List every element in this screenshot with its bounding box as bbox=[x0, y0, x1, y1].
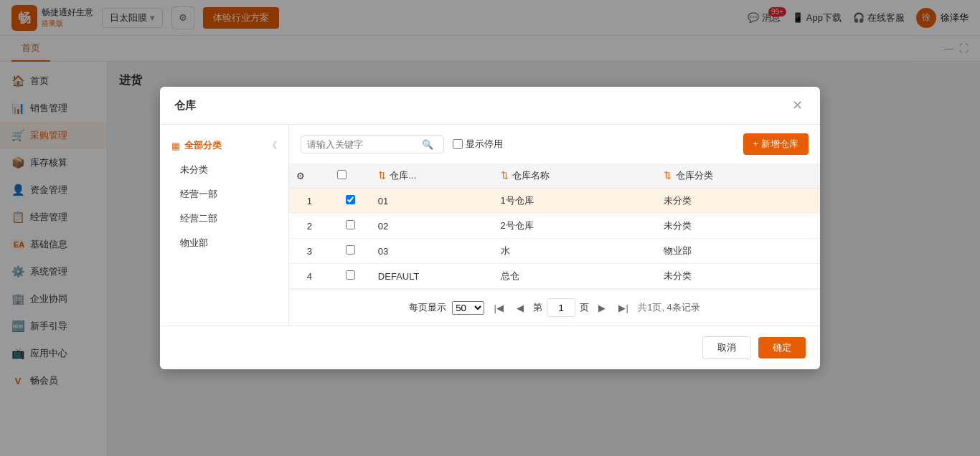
prev-page-btn[interactable]: ◀ bbox=[512, 299, 529, 316]
table-body: 1 01 1号仓库 未分类 2 02 2号仓库 未分类 3 03 水 物业部 4… bbox=[289, 189, 820, 289]
table-scroll: ⚙ ⇅ 仓库... ⇅ bbox=[289, 163, 820, 289]
row-check[interactable] bbox=[330, 264, 371, 289]
th-code[interactable]: ⇅ 仓库... bbox=[371, 163, 494, 189]
page-info: 共1页, 4条记录 bbox=[638, 301, 700, 314]
row-checkbox[interactable] bbox=[346, 220, 355, 229]
category-item-1[interactable]: 经营一部 bbox=[160, 182, 288, 206]
row-check[interactable] bbox=[330, 239, 371, 264]
search-icon[interactable]: 🔍 bbox=[422, 139, 433, 150]
table-row[interactable]: 2 02 2号仓库 未分类 bbox=[289, 214, 820, 239]
table-panel: 🔍 显示停用 + 新增仓库 ⚙ bbox=[289, 125, 820, 326]
row-code: 03 bbox=[371, 239, 494, 264]
next-page-btn[interactable]: ▶ bbox=[593, 299, 611, 316]
cancel-button[interactable]: 取消 bbox=[702, 336, 751, 359]
sort-name-icon: ⇅ bbox=[501, 170, 509, 181]
modal-close-icon[interactable]: ✕ bbox=[788, 97, 806, 114]
row-name: 1号仓库 bbox=[494, 189, 657, 214]
category-item-2[interactable]: 经营二部 bbox=[160, 206, 288, 231]
row-code: 02 bbox=[371, 214, 494, 239]
th-category[interactable]: ⇅ 仓库分类 bbox=[656, 163, 820, 189]
row-index: 4 bbox=[289, 264, 330, 289]
table-row[interactable]: 1 01 1号仓库 未分类 bbox=[289, 189, 820, 214]
category-item-0[interactable]: 未分类 bbox=[160, 158, 288, 182]
column-settings-icon[interactable]: ⚙ bbox=[296, 171, 305, 181]
add-warehouse-button[interactable]: + 新增仓库 bbox=[743, 133, 809, 155]
th-gear: ⚙ bbox=[289, 163, 330, 189]
row-name: 水 bbox=[494, 239, 657, 264]
pagination: 每页显示 50 100 |◀ ◀ 第 页 ▶ ▶| 共1页, 4条记录 bbox=[289, 289, 820, 326]
page-unit: 页 bbox=[580, 301, 589, 314]
row-index: 1 bbox=[289, 189, 330, 214]
per-page-label: 每页显示 bbox=[409, 301, 446, 314]
row-index: 3 bbox=[289, 239, 330, 264]
row-category: 物业部 bbox=[656, 239, 820, 264]
row-checkbox[interactable] bbox=[346, 245, 355, 255]
category-all-item[interactable]: ▦ 全部分类 《 bbox=[160, 133, 288, 158]
category-collapse-icon[interactable]: 《 bbox=[268, 139, 277, 152]
page-input[interactable] bbox=[547, 298, 575, 317]
row-code: DEFAULT bbox=[371, 264, 494, 289]
row-category: 未分类 bbox=[656, 189, 820, 214]
table-toolbar: 🔍 显示停用 + 新增仓库 bbox=[289, 125, 820, 163]
search-field[interactable]: 🔍 bbox=[301, 136, 444, 153]
page-label: 第 bbox=[533, 301, 542, 314]
row-check[interactable] bbox=[330, 214, 371, 239]
per-page-select[interactable]: 50 100 bbox=[452, 301, 484, 315]
select-all-checkbox[interactable] bbox=[337, 170, 347, 179]
show-disabled-toggle[interactable]: 显示停用 bbox=[453, 138, 503, 151]
row-category: 未分类 bbox=[656, 264, 820, 289]
category-panel: ▦ 全部分类 《 未分类 经营一部 经营二部 物业部 bbox=[160, 125, 289, 326]
table-header-row: ⚙ ⇅ 仓库... ⇅ bbox=[289, 163, 820, 189]
row-name: 2号仓库 bbox=[494, 214, 657, 239]
row-name: 总仓 bbox=[494, 264, 657, 289]
modal-footer: 取消 确定 bbox=[160, 326, 820, 369]
modal-header: 仓库 ✕ bbox=[160, 87, 820, 125]
row-category: 未分类 bbox=[656, 214, 820, 239]
th-check bbox=[330, 163, 371, 189]
modal-body: ▦ 全部分类 《 未分类 经营一部 经营二部 物业部 🔍 bbox=[160, 125, 820, 326]
grid-icon: ▦ bbox=[171, 141, 180, 151]
warehouse-modal: 仓库 ✕ ▦ 全部分类 《 未分类 经营一部 经营二部 物业部 bbox=[160, 87, 820, 369]
confirm-button[interactable]: 确定 bbox=[758, 337, 806, 358]
modal-title: 仓库 bbox=[174, 99, 196, 113]
show-disabled-checkbox[interactable] bbox=[453, 139, 463, 149]
row-index: 2 bbox=[289, 214, 330, 239]
modal-overlay: 仓库 ✕ ▦ 全部分类 《 未分类 经营一部 经营二部 物业部 bbox=[0, 0, 980, 456]
warehouse-table: ⚙ ⇅ 仓库... ⇅ bbox=[289, 163, 820, 289]
category-item-3[interactable]: 物业部 bbox=[160, 231, 288, 255]
search-input[interactable] bbox=[307, 139, 422, 150]
sort-code-icon: ⇅ bbox=[378, 170, 386, 181]
first-page-btn[interactable]: |◀ bbox=[490, 299, 507, 316]
table-row[interactable]: 3 03 水 物业部 bbox=[289, 239, 820, 264]
sort-cat-icon: ⇅ bbox=[664, 170, 672, 181]
page-nav: |◀ ◀ 第 页 ▶ ▶| bbox=[490, 298, 632, 317]
row-code: 01 bbox=[371, 189, 494, 214]
row-checkbox[interactable] bbox=[346, 270, 355, 280]
last-page-btn[interactable]: ▶| bbox=[615, 299, 632, 316]
row-check[interactable] bbox=[330, 189, 371, 214]
row-checkbox[interactable] bbox=[346, 195, 355, 204]
table-row[interactable]: 4 DEFAULT 总仓 未分类 bbox=[289, 264, 820, 289]
th-name[interactable]: ⇅ 仓库名称 bbox=[494, 163, 657, 189]
